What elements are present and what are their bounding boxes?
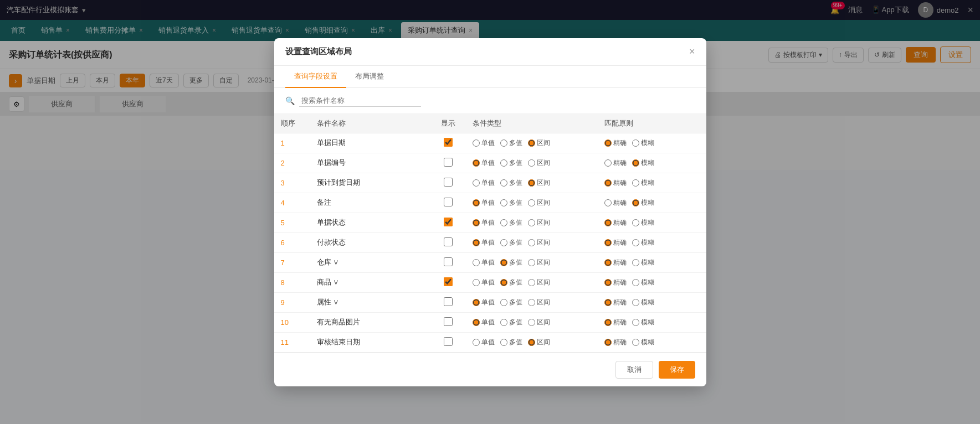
cell-show [430, 153, 466, 170]
overlay: 设置查询区域布局 × 查询字段设置 布局调整 🔍 顺序 条件名称 显示 条件类型 [0, 0, 980, 170]
type-radio-单值[interactable]: 单值 [473, 158, 495, 168]
type-radio-input[interactable] [528, 139, 535, 147]
cell-condition-type: 单值多值区间 [466, 133, 598, 153]
type-radio-单值[interactable]: 单值 [473, 138, 495, 148]
type-radio-区间[interactable]: 区间 [528, 158, 550, 168]
cell-match-principle: 精确模糊 [598, 133, 706, 153]
search-input[interactable] [299, 95, 421, 107]
type-radio-input[interactable] [500, 139, 507, 147]
col-header-name: 条件名称 [310, 114, 430, 133]
match-radio-精确[interactable]: 精确 [604, 158, 627, 168]
show-checkbox[interactable] [444, 158, 453, 167]
cell-show [430, 133, 466, 153]
dialog-header: 设置查询区域布局 × [274, 38, 706, 66]
cell-condition-name: 单据编号 [310, 153, 430, 170]
match-radio-模糊[interactable]: 模糊 [632, 138, 654, 148]
col-header-show: 显示 [430, 114, 466, 133]
dialog-search-bar: 🔍 [274, 88, 706, 114]
settings-dialog: 设置查询区域布局 × 查询字段设置 布局调整 🔍 顺序 条件名称 显示 条件类型 [274, 38, 706, 170]
match-radio-input[interactable] [632, 139, 639, 147]
col-header-order: 顺序 [274, 114, 310, 133]
col-header-match: 匹配原则 [598, 114, 706, 133]
type-radio-input[interactable] [473, 159, 480, 167]
match-radio-input[interactable] [632, 159, 639, 167]
type-radio-多值[interactable]: 多值 [500, 158, 522, 168]
cell-condition-name: 单据日期 [310, 133, 430, 153]
cell-condition-type: 单值多值区间 [466, 153, 598, 170]
show-checkbox[interactable] [444, 138, 453, 147]
order-number: 1 [281, 139, 285, 147]
match-radio-input[interactable] [604, 159, 612, 167]
match-radio-精确[interactable]: 精确 [604, 138, 627, 148]
col-header-type: 条件类型 [466, 114, 598, 133]
cell-order: 2 [274, 153, 310, 170]
type-radio-input[interactable] [473, 139, 480, 147]
tab-query-fields[interactable]: 查询字段设置 [285, 66, 346, 88]
dialog-close-button[interactable]: × [689, 46, 695, 58]
cell-match-principle: 精确模糊 [598, 153, 706, 170]
dialog-tabs: 查询字段设置 布局调整 [274, 66, 706, 88]
order-number: 2 [281, 159, 285, 167]
table-header: 顺序 条件名称 显示 条件类型 匹配原则 [274, 114, 706, 133]
dialog-table: 顺序 条件名称 显示 条件类型 匹配原则 1单据日期单值多值区间精确模糊2单据编… [274, 114, 706, 170]
type-radio-input[interactable] [500, 159, 507, 167]
cell-order: 1 [274, 133, 310, 153]
dialog-title: 设置查询区域布局 [285, 46, 352, 57]
tab-layout-adjust[interactable]: 布局调整 [346, 66, 393, 88]
type-radio-input[interactable] [528, 159, 535, 167]
table-row: 1单据日期单值多值区间精确模糊 [274, 133, 706, 153]
type-radio-多值[interactable]: 多值 [500, 138, 522, 148]
match-radio-input[interactable] [604, 139, 612, 147]
match-radio-模糊[interactable]: 模糊 [632, 158, 654, 168]
table-row: 2单据编号单值多值区间精确模糊 [274, 153, 706, 170]
type-radio-区间[interactable]: 区间 [528, 138, 550, 148]
search-icon: 🔍 [285, 96, 295, 105]
